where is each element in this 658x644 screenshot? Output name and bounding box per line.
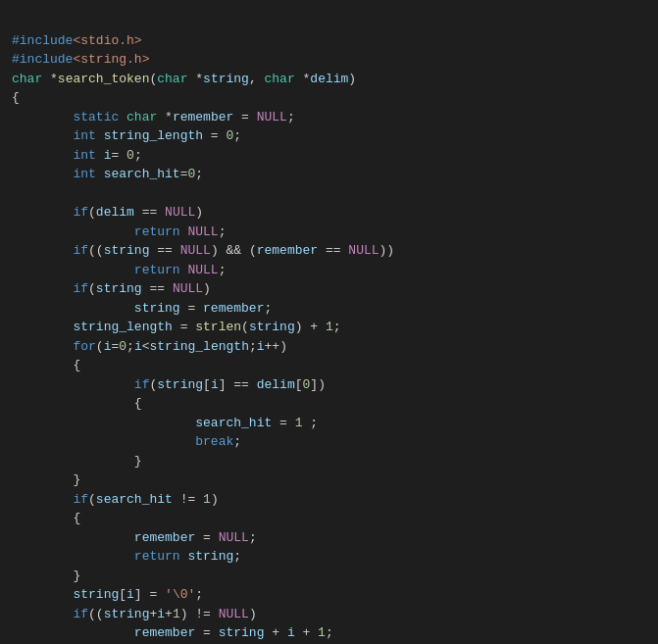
line-6: int string_length = 0;: [12, 128, 241, 143]
line-20: {: [12, 396, 142, 411]
line-7: int i= 0;: [12, 148, 142, 163]
line-27: remember = NULL;: [12, 530, 257, 545]
line-30: string[i] = '\0';: [12, 587, 203, 602]
line-4: {: [12, 90, 20, 105]
line-2: #include<string.h>: [12, 52, 149, 67]
line-32: remember = string + i + 1;: [12, 625, 333, 640]
line-24: }: [12, 472, 80, 487]
line-11: return NULL;: [12, 224, 226, 239]
line-12: if((string == NULL) && (remember == NULL…: [12, 243, 394, 258]
line-14: if(string == NULL): [12, 281, 211, 296]
line-1: #include<stdio.h>: [12, 33, 142, 48]
line-16: string_length = strlen(string) + 1;: [12, 320, 341, 334]
line-10: if(delim == NULL): [12, 205, 203, 220]
code-editor: #include<stdio.h> #include<string.h> cha…: [0, 8, 658, 644]
line-8: int search_hit=0;: [12, 167, 203, 181]
line-26: {: [12, 511, 80, 525]
line-18: {: [12, 358, 80, 372]
line-15: string = remember;: [12, 301, 272, 316]
line-31: if((string+i+1) != NULL): [12, 607, 257, 621]
line-29: }: [12, 569, 80, 583]
line-23: }: [12, 454, 142, 469]
line-5: static char *remember = NULL;: [12, 110, 295, 124]
line-3: char *search_token(char *string, char *d…: [12, 72, 356, 86]
line-17: for(i=0;i<string_length;i++): [12, 339, 287, 354]
line-19: if(string[i] == delim[0]): [12, 377, 326, 392]
line-21: search_hit = 1 ;: [12, 416, 318, 430]
line-22: break;: [12, 434, 241, 449]
line-25: if(search_hit != 1): [12, 492, 219, 507]
line-13: return NULL;: [12, 263, 226, 277]
line-28: return string;: [12, 549, 241, 564]
